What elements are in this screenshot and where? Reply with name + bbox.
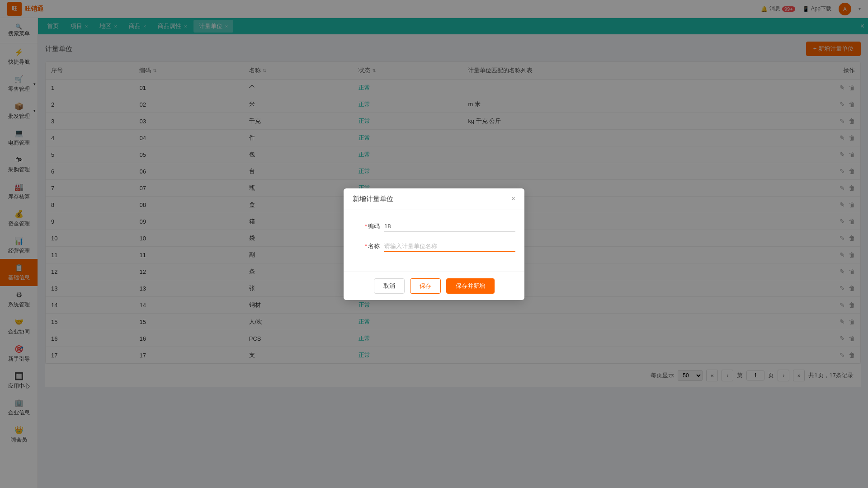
add-unit-modal: 新增计量单位 × *编码 *名称 取消 保存 保存并新增 [344,188,524,300]
modal-close-button[interactable]: × [511,195,515,203]
name-required-mark: * [365,243,367,249]
name-label: *名称 [353,242,380,250]
name-form-row: *名称 [353,241,515,252]
modal-title: 新增计量单位 [353,195,393,203]
code-label: *编码 [353,222,380,230]
modal-header: 新增计量单位 × [344,188,524,210]
code-input[interactable] [384,221,515,232]
code-form-row: *编码 [353,221,515,232]
cancel-button[interactable]: 取消 [374,278,405,294]
modal-overlay: 新增计量单位 × *编码 *名称 取消 保存 保存并新增 [0,0,868,488]
modal-body: *编码 *名称 [344,210,524,272]
save-new-button[interactable]: 保存并新增 [446,278,495,294]
modal-footer: 取消 保存 保存并新增 [344,272,524,300]
name-input[interactable] [384,241,515,252]
save-button[interactable]: 保存 [410,278,441,294]
code-required-mark: * [365,223,367,230]
